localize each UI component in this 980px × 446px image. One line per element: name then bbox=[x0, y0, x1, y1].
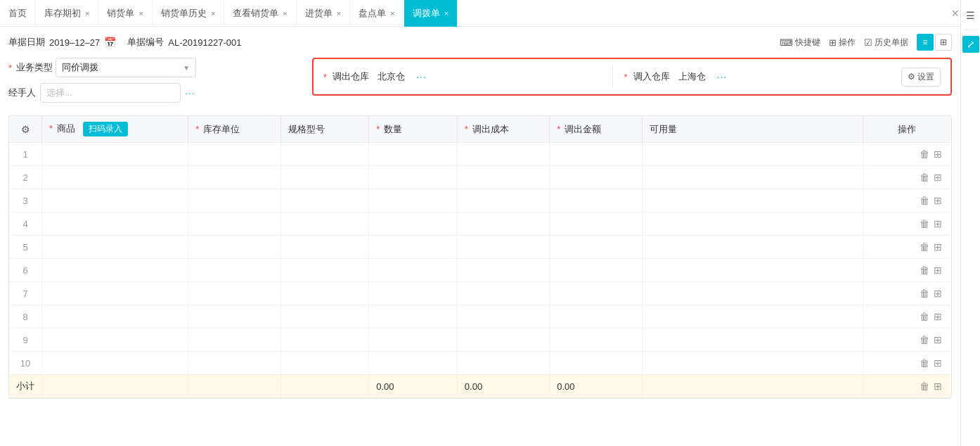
cell-qty[interactable] bbox=[369, 212, 458, 236]
cell-qty[interactable] bbox=[369, 329, 458, 352]
cell-qty[interactable] bbox=[369, 305, 458, 329]
cell-available[interactable] bbox=[642, 189, 863, 212]
cell-product[interactable] bbox=[42, 166, 188, 189]
business-type-select[interactable]: 同价调拨 ▼ bbox=[56, 58, 196, 77]
cell-product[interactable] bbox=[42, 236, 188, 259]
copy-row-btn[interactable]: ⊞ bbox=[931, 286, 944, 300]
cell-spec[interactable] bbox=[281, 352, 369, 375]
copy-row-btn[interactable]: ⊞ bbox=[931, 193, 944, 208]
cell-spec[interactable] bbox=[281, 166, 369, 189]
cell-available[interactable] bbox=[642, 143, 863, 166]
delete-row-btn[interactable]: 🗑 bbox=[917, 217, 931, 231]
delete-row-btn[interactable]: 🗑 bbox=[917, 240, 931, 254]
tab-close-view-sales[interactable]: × bbox=[283, 9, 287, 18]
delete-row-btn[interactable]: 🗑 bbox=[917, 356, 931, 370]
copy-row-btn[interactable]: ⊞ bbox=[931, 263, 944, 277]
tab-inventory-init[interactable]: 库存期初 × bbox=[36, 0, 98, 27]
copy-row-btn[interactable]: ⊞ bbox=[931, 356, 944, 370]
cell-cost[interactable] bbox=[457, 189, 549, 212]
in-warehouse-more-btn[interactable]: ··· bbox=[717, 71, 728, 82]
cell-cost[interactable] bbox=[457, 352, 549, 375]
tab-close-sales-history[interactable]: × bbox=[211, 9, 215, 18]
cell-unit[interactable] bbox=[188, 259, 281, 282]
cell-amount[interactable] bbox=[550, 305, 642, 329]
cell-available[interactable] bbox=[642, 352, 863, 375]
cell-available[interactable] bbox=[642, 259, 863, 282]
delete-row-btn[interactable]: 🗑 bbox=[917, 379, 931, 393]
copy-row-btn[interactable]: ⊞ bbox=[931, 310, 944, 324]
out-warehouse-more-btn[interactable]: ··· bbox=[416, 71, 427, 82]
delete-row-btn[interactable]: 🗑 bbox=[917, 333, 931, 347]
cell-amount[interactable] bbox=[550, 236, 642, 259]
cell-qty[interactable] bbox=[369, 352, 458, 375]
cell-qty[interactable] bbox=[369, 282, 458, 305]
cell-amount[interactable] bbox=[550, 282, 642, 305]
cell-cost[interactable] bbox=[457, 305, 549, 329]
cell-unit[interactable] bbox=[188, 166, 281, 189]
cell-amount[interactable] bbox=[550, 329, 642, 352]
view-grid-btn[interactable]: ⊞ bbox=[935, 34, 952, 51]
scan-input-btn[interactable]: 扫码录入 bbox=[83, 122, 128, 136]
cell-unit[interactable] bbox=[188, 282, 281, 305]
delete-row-btn[interactable]: 🗑 bbox=[917, 263, 931, 277]
cell-cost[interactable] bbox=[457, 259, 549, 282]
tab-close-purchase[interactable]: × bbox=[337, 9, 341, 18]
cell-unit[interactable] bbox=[188, 189, 281, 212]
copy-row-btn[interactable]: ⊞ bbox=[931, 170, 944, 184]
delete-row-btn[interactable]: 🗑 bbox=[917, 286, 931, 300]
tab-close-transfer[interactable]: × bbox=[444, 9, 449, 18]
delete-row-btn[interactable]: 🗑 bbox=[917, 170, 931, 184]
cell-amount[interactable] bbox=[550, 143, 642, 166]
delete-row-btn[interactable]: 🗑 bbox=[917, 193, 931, 208]
cell-spec[interactable] bbox=[281, 375, 369, 398]
cell-product[interactable] bbox=[42, 305, 188, 329]
cell-cost[interactable] bbox=[457, 329, 549, 352]
cell-product[interactable] bbox=[42, 143, 188, 166]
cell-available[interactable] bbox=[642, 282, 863, 305]
calendar-icon[interactable]: 📅 bbox=[104, 37, 116, 48]
cell-unit[interactable] bbox=[188, 352, 281, 375]
cell-available[interactable] bbox=[642, 375, 863, 398]
cell-cost[interactable] bbox=[457, 166, 549, 189]
cell-qty[interactable] bbox=[369, 189, 458, 212]
cell-cost[interactable] bbox=[457, 236, 549, 259]
cell-unit[interactable] bbox=[188, 143, 281, 166]
cell-available[interactable] bbox=[642, 305, 863, 329]
copy-row-btn[interactable]: ⊞ bbox=[931, 379, 944, 393]
cell-spec[interactable] bbox=[281, 189, 369, 212]
delete-row-btn[interactable]: 🗑 bbox=[917, 310, 931, 324]
cell-qty[interactable] bbox=[369, 259, 458, 282]
cell-product[interactable] bbox=[42, 212, 188, 236]
cell-amount[interactable] bbox=[550, 212, 642, 236]
copy-row-btn[interactable]: ⊞ bbox=[931, 217, 944, 231]
shortcut-btn[interactable]: ⌨ 快捷键 bbox=[780, 37, 820, 49]
view-list-btn[interactable]: ≡ bbox=[917, 34, 934, 51]
cell-cost[interactable] bbox=[457, 282, 549, 305]
cell-cost[interactable] bbox=[457, 212, 549, 236]
tab-close-sales-order[interactable]: × bbox=[138, 9, 143, 18]
cell-unit[interactable] bbox=[188, 212, 281, 236]
tab-close-inventory-init[interactable]: × bbox=[85, 9, 89, 18]
cell-available[interactable] bbox=[642, 166, 863, 189]
cell-spec[interactable] bbox=[281, 143, 369, 166]
tab-close-inventory-check[interactable]: × bbox=[390, 9, 394, 18]
cell-available[interactable] bbox=[642, 212, 863, 236]
tab-view-sales[interactable]: 查看销货单 × bbox=[224, 0, 296, 27]
cell-unit[interactable] bbox=[188, 236, 281, 259]
cell-product[interactable] bbox=[42, 352, 188, 375]
copy-row-btn[interactable]: ⊞ bbox=[931, 333, 944, 347]
cell-spec[interactable] bbox=[281, 236, 369, 259]
cell-product[interactable] bbox=[42, 329, 188, 352]
cell-product[interactable] bbox=[42, 282, 188, 305]
cell-spec[interactable] bbox=[281, 259, 369, 282]
tab-transfer[interactable]: 调拨单 × bbox=[404, 0, 458, 27]
cell-amount[interactable] bbox=[550, 189, 642, 212]
history-btn[interactable]: ☑ 历史单据 bbox=[864, 37, 908, 49]
close-window-icon[interactable]: × bbox=[951, 6, 959, 20]
cell-unit[interactable] bbox=[188, 305, 281, 329]
tab-sales-order[interactable]: 销货单 × bbox=[98, 0, 152, 27]
cell-available[interactable] bbox=[642, 329, 863, 352]
cell-amount[interactable]: 0.00 bbox=[550, 375, 642, 398]
cell-product[interactable] bbox=[42, 375, 188, 398]
tab-purchase[interactable]: 进货单 × bbox=[297, 0, 350, 27]
